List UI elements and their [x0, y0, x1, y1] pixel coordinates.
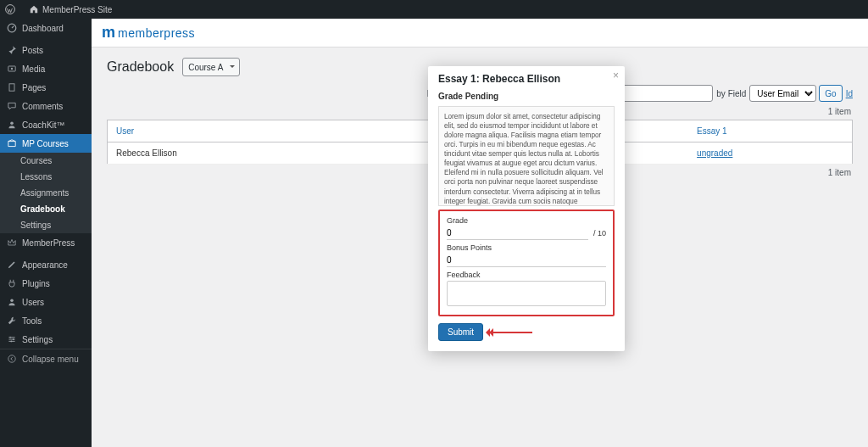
pages-icon [7, 82, 17, 92]
bonus-input[interactable] [447, 254, 606, 267]
menu-media[interactable]: Media [0, 59, 92, 78]
menu-mp-courses[interactable]: MP Courses [0, 134, 92, 153]
svg-point-7 [9, 337, 11, 338]
menu-posts[interactable]: Posts [0, 41, 92, 59]
grade-input[interactable] [447, 226, 588, 240]
media-icon [7, 64, 17, 74]
submenu-courses[interactable]: Courses [0, 153, 92, 169]
grade-max: / 10 [593, 229, 606, 237]
wp-admin-bar: MemberPress Site [0, 0, 868, 19]
wordpress-icon [5, 4, 15, 14]
menu-memberpress[interactable]: MemberPress [0, 233, 92, 252]
feedback-label: Feedback [447, 271, 606, 279]
menu-appearance[interactable]: Appearance [0, 255, 92, 274]
plugins-icon [7, 278, 17, 288]
grade-form-highlight: Grade / 10 Bonus Points Feedback [438, 210, 615, 316]
modal-close-button[interactable]: × [613, 70, 619, 81]
menu-comments[interactable]: Comments [0, 97, 92, 115]
coachkit-icon [7, 120, 17, 130]
menu-pages[interactable]: Pages [0, 78, 92, 97]
memberpress-icon [7, 237, 17, 248]
modal-status: Grade Pending [438, 92, 615, 101]
feedback-textarea[interactable] [447, 281, 606, 306]
comments-icon [7, 101, 17, 111]
annotation-arrow [490, 329, 537, 336]
essay-text-box[interactable]: Lorem ipsum dolor sit amet, consectetur … [438, 106, 615, 206]
submenu-gradebook[interactable]: Gradebook [0, 201, 92, 217]
submenu-settings[interactable]: Settings [0, 217, 92, 233]
svg-point-3 [11, 68, 13, 70]
settings-icon [7, 334, 17, 344]
collapse-menu[interactable]: Collapse menu [0, 349, 92, 368]
courses-icon [7, 138, 17, 148]
menu-plugins[interactable]: Plugins [0, 274, 92, 293]
main-content: m memberpress Gradebook Course A Filter … [92, 19, 868, 447]
svg-point-8 [13, 338, 14, 340]
admin-sidebar: Dashboard Posts Media Pages Comments Coa… [0, 19, 92, 447]
home-icon [29, 4, 39, 14]
grade-modal: × Essay 1: Rebecca Ellison Grade Pending… [428, 66, 625, 351]
svg-rect-4 [9, 84, 14, 91]
grade-label: Grade [447, 216, 606, 225]
submenu-assignments[interactable]: Assignments [0, 185, 92, 201]
submenu-mp-courses: Courses Lessons Assignments Gradebook Se… [0, 153, 92, 233]
menu-settings[interactable]: Settings [0, 330, 92, 349]
collapse-icon [7, 354, 17, 364]
submenu-lessons[interactable]: Lessons [0, 169, 92, 185]
wp-logo[interactable] [5, 4, 19, 14]
svg-point-5 [10, 121, 14, 125]
site-name: MemberPress Site [42, 5, 112, 14]
svg-point-10 [8, 355, 15, 362]
site-name-link[interactable]: MemberPress Site [29, 4, 112, 14]
svg-point-0 [6, 5, 15, 14]
modal-title: Essay 1: Rebecca Ellison [438, 73, 615, 85]
menu-users[interactable]: Users [0, 293, 92, 311]
dashboard-icon [7, 23, 17, 33]
menu-coachkit[interactable]: CoachKit™ [0, 115, 92, 134]
bonus-label: Bonus Points [447, 243, 606, 252]
menu-dashboard[interactable]: Dashboard [0, 19, 92, 37]
submit-button[interactable]: Submit [438, 323, 483, 341]
svg-point-6 [10, 299, 14, 302]
menu-tools[interactable]: Tools [0, 311, 92, 330]
pin-icon [7, 45, 17, 55]
tools-icon [7, 316, 17, 326]
appearance-icon [7, 260, 17, 270]
users-icon [7, 297, 17, 307]
svg-point-9 [11, 341, 13, 343]
